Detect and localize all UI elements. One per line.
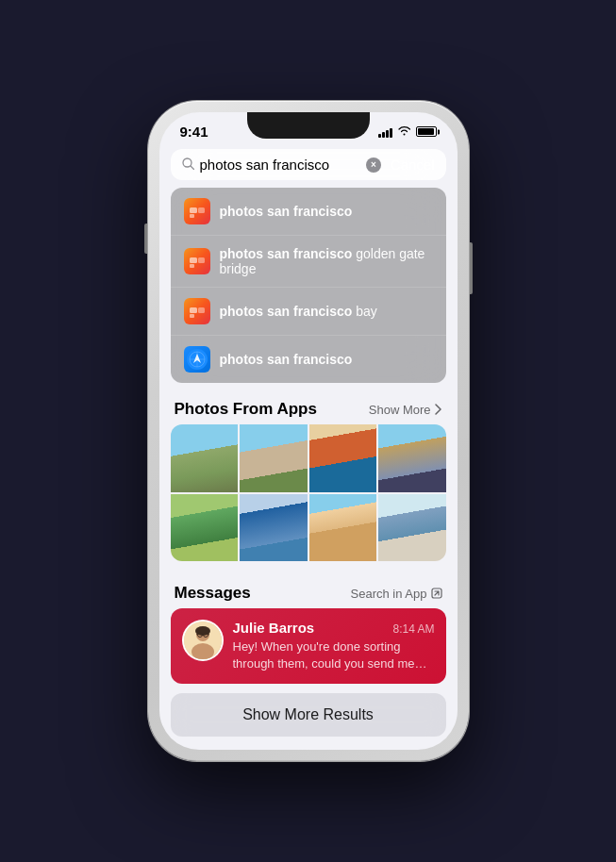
signal-bar-4 [390, 128, 392, 138]
svg-rect-3 [190, 207, 197, 213]
photos-app-icon [184, 248, 210, 274]
svg-rect-8 [190, 264, 194, 268]
svg-rect-4 [198, 207, 205, 213]
message-time: 8:14 AM [392, 622, 434, 636]
photo-cell[interactable] [240, 494, 308, 562]
suggestions-panel: photos san francisco photos san francisc… [171, 188, 446, 383]
signal-bar-3 [386, 130, 389, 138]
suggestion-item[interactable]: photos san francisco [171, 336, 446, 383]
signal-bar-1 [378, 134, 381, 138]
cancel-button[interactable]: Cancel [391, 157, 435, 173]
message-preview: Hey! When you're done sorting through th… [233, 638, 435, 672]
signal-bars-icon [378, 126, 392, 138]
message-sender: Julie Barros [233, 620, 315, 636]
search-bar[interactable]: photos san francisco × Cancel [171, 149, 446, 180]
messages-search-in-app-link[interactable]: Search in App [351, 587, 442, 601]
photo-grid [171, 424, 446, 561]
photo-cell[interactable] [171, 424, 239, 492]
suggestion-4-text: photos san francisco [220, 352, 353, 367]
svg-rect-11 [190, 314, 194, 318]
photos-section-header: Photos From Apps Show More [171, 390, 446, 424]
photo-cell[interactable] [309, 424, 377, 492]
safari-app-icon [184, 346, 210, 373]
message-card[interactable]: Julie Barros 8:14 AM Hey! When you're do… [171, 608, 446, 684]
suggestion-item[interactable]: photos san francisco [171, 188, 446, 236]
show-more-label: Show More Results [242, 706, 374, 722]
status-time: 9:41 [180, 124, 208, 140]
svg-line-1 [191, 166, 194, 170]
photos-section-title: Photos From Apps [175, 400, 317, 419]
photos-show-more-link[interactable]: Show More [369, 403, 442, 417]
photo-cell[interactable] [378, 494, 446, 562]
phone-frame: 9:41 [148, 101, 469, 761]
suggestion-item[interactable]: photos san francisco bay [171, 288, 446, 336]
photo-cell[interactable] [171, 494, 239, 562]
suggestion-item[interactable]: photos san francisco golden gate bridge [171, 236, 446, 288]
svg-rect-10 [198, 307, 205, 313]
phone-screen: 9:41 [159, 112, 458, 750]
scroll-content: Photos From Apps Show More [159, 390, 458, 750]
volume-button [144, 224, 148, 254]
wifi-icon [397, 125, 411, 138]
photo-cell[interactable] [378, 424, 446, 492]
show-more-results-button[interactable]: Show More Results [171, 693, 446, 737]
message-header: Julie Barros 8:14 AM [233, 620, 435, 636]
message-content: Julie Barros 8:14 AM Hey! When you're do… [233, 620, 435, 672]
svg-rect-7 [198, 257, 205, 263]
svg-line-25 [196, 635, 198, 636]
phone-device: 9:41 [148, 101, 469, 761]
notch [247, 112, 370, 139]
search-bar-container: photos san francisco × Cancel [159, 143, 458, 188]
svg-rect-6 [190, 257, 197, 263]
battery-icon [416, 126, 437, 137]
signal-bar-2 [382, 132, 385, 138]
suggestion-1-text: photos san francisco [220, 204, 353, 219]
photo-cell[interactable] [309, 494, 377, 562]
svg-rect-9 [190, 307, 197, 313]
suggestion-3-text: photos san francisco bay [220, 304, 377, 319]
suggestion-2-text: photos san francisco golden gate bridge [220, 246, 433, 276]
photos-app-icon [184, 298, 210, 324]
avatar [182, 620, 224, 661]
photo-cell[interactable] [240, 424, 308, 492]
avatar-image [184, 622, 222, 659]
messages-section-title: Messages [175, 584, 251, 603]
svg-line-26 [208, 635, 209, 636]
messages-section-header: Messages Search in App [171, 574, 446, 608]
svg-rect-5 [190, 214, 194, 218]
status-icons [378, 125, 437, 138]
photos-app-icon [184, 198, 210, 224]
power-button [469, 242, 473, 294]
battery-fill [418, 128, 434, 135]
search-query-text: photos san francisco [200, 157, 360, 173]
search-icon [182, 157, 194, 173]
search-clear-button[interactable]: × [366, 157, 381, 173]
messages-section: Messages Search in App [171, 574, 446, 684]
